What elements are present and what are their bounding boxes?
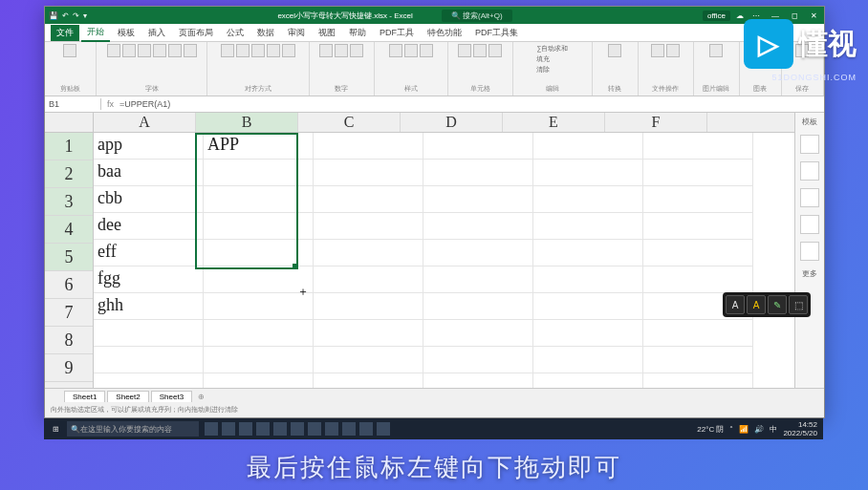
bold-icon[interactable] [107,44,120,57]
app-icon[interactable] [325,422,338,436]
italic-icon[interactable] [122,44,136,57]
underline-icon[interactable] [138,44,151,57]
account-label[interactable]: office [703,11,730,21]
cell-a2[interactable]: baa [94,160,204,186]
row-header-3[interactable]: 3 [45,188,93,216]
row-header-1[interactable]: 1 [45,133,93,160]
tab-insert[interactable]: 插入 [142,25,171,41]
tab-special[interactable]: 特色功能 [422,25,467,41]
comma-icon[interactable] [350,44,363,57]
pic-edit-icon[interactable] [709,44,723,57]
convert-pdf-icon[interactable] [608,44,621,57]
cell-b7[interactable] [204,293,314,320]
cell-d1[interactable] [423,133,533,160]
file-op2-icon[interactable] [666,44,680,57]
app-icon[interactable] [239,422,252,436]
wrap-text-icon[interactable] [267,44,280,57]
formula-input[interactable]: =UPPER(A1) [119,99,170,109]
tab-review[interactable]: 审阅 [282,25,311,41]
cell-a6[interactable]: fgg [94,266,204,293]
align-left-icon[interactable] [221,44,234,57]
cell-b1[interactable]: APP [204,133,314,160]
pane-item-finance[interactable] [800,135,819,154]
cell-a3[interactable]: cbb [94,186,204,213]
ime-icon[interactable]: 中 [770,424,777,435]
tray-chevron-icon[interactable]: ˄ [729,425,733,434]
delete-cell-icon[interactable] [473,44,487,57]
paste-icon[interactable] [63,44,76,57]
tab-pdfset[interactable]: PDF工具集 [469,25,524,41]
table-style-icon[interactable] [404,44,418,57]
cond-format-icon[interactable] [389,44,402,57]
pane-item-chart[interactable] [800,188,819,207]
pane-more[interactable]: 更多 [802,268,817,279]
network-icon[interactable]: 📶 [739,425,749,434]
cell-b4[interactable] [204,213,314,240]
col-header-b[interactable]: B [196,113,298,132]
taskbar-search[interactable]: 🔍 在这里输入你要搜索的内容 [67,421,199,437]
app-icon[interactable] [205,422,218,436]
row-header-2[interactable]: 2 [45,160,93,188]
format-cell-icon[interactable] [488,44,502,57]
row-header-10[interactable]: 10 [45,382,93,388]
name-box[interactable]: B1 [45,98,101,110]
tab-pdf[interactable]: PDF工具 [374,25,420,41]
clear-button[interactable]: 清除 [536,65,550,75]
qat-more-icon[interactable]: ▾ [83,11,87,20]
font-color-icon[interactable] [184,44,197,57]
tool-rect-icon[interactable]: ⬚ [789,295,808,314]
save-icon[interactable]: 💾 [49,11,58,20]
app-icon[interactable] [377,422,390,436]
cell-c1[interactable] [314,133,423,160]
fill-button[interactable]: 填充 [536,54,550,64]
cell-a4[interactable]: dee [94,213,204,240]
cell-a5[interactable]: eff [94,240,204,266]
align-right-icon[interactable] [251,44,265,57]
tab-data[interactable]: 数据 [251,25,280,41]
app-icon[interactable] [308,422,321,436]
cell-style-icon[interactable] [420,44,433,57]
cell-b6[interactable] [204,266,314,293]
tab-pagelayout[interactable]: 页面布局 [173,25,219,41]
cells-area[interactable]: appAPP baa cbb dee eff fgg ghh ＋ [94,133,824,388]
app-icon[interactable] [359,422,373,436]
cell-f1[interactable] [643,133,753,160]
sheet-tab-1[interactable]: Sheet1 [64,391,105,402]
start-button[interactable]: ⊞ [44,425,67,434]
tab-file[interactable]: 文件 [51,25,79,41]
col-header-c[interactable]: C [298,113,401,132]
undo-icon[interactable]: ↶ [62,11,69,20]
app-icon[interactable] [256,422,270,436]
select-all-corner[interactable] [45,113,93,133]
row-header-4[interactable]: 4 [45,216,93,244]
app-icon[interactable] [222,422,235,436]
border-icon[interactable] [153,44,166,57]
col-header-f[interactable]: F [605,113,707,132]
app-icon[interactable] [291,422,304,436]
redo-icon[interactable]: ↷ [73,11,79,20]
tool-text-a[interactable]: A [726,295,745,314]
cell-a9[interactable] [94,347,204,373]
cell-a8[interactable] [94,320,204,347]
tab-home[interactable]: 开始 [81,24,110,42]
tab-help[interactable]: 帮助 [343,25,372,41]
row-header-7[interactable]: 7 [45,299,93,327]
tool-pen-icon[interactable]: ✎ [768,295,787,314]
file-op-icon[interactable] [651,44,664,57]
row-header-8[interactable]: 8 [45,327,93,354]
insert-cell-icon[interactable] [458,44,471,57]
merge-icon[interactable] [282,44,295,57]
row-header-5[interactable]: 5 [45,244,93,271]
col-header-e[interactable]: E [503,113,605,132]
cell-b3[interactable] [204,186,314,213]
tool-text-a2[interactable]: A [747,295,766,314]
pane-item-project[interactable] [800,215,819,234]
row-header-9[interactable]: 9 [45,354,93,382]
app-icon[interactable] [273,422,287,436]
pane-item-stats[interactable] [800,242,819,261]
cell-e1[interactable] [533,133,643,160]
row-header-6[interactable]: 6 [45,271,93,299]
tab-view[interactable]: 视图 [313,25,341,41]
cell-b5[interactable] [204,240,314,266]
percent-icon[interactable] [335,44,348,57]
